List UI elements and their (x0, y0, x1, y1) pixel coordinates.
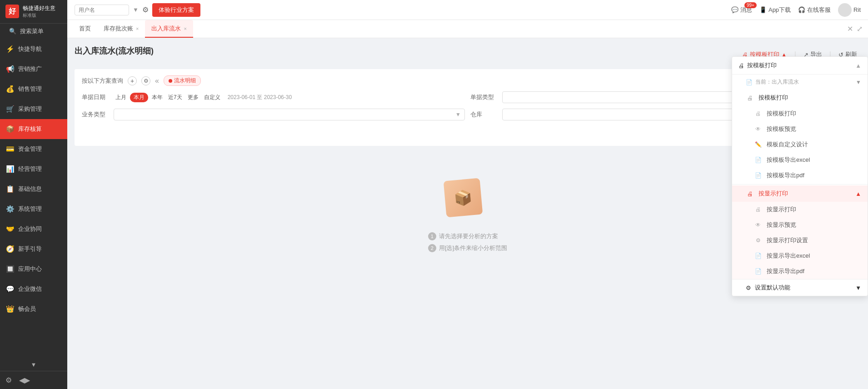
sidebar-item-guide[interactable]: 🧭 新手引导 (0, 239, 67, 259)
tab-flow-detail[interactable]: 出入库流水 × (145, 20, 193, 38)
sidebar-item-marketing[interactable]: 📢 营销推广 (0, 59, 67, 79)
trial-button[interactable]: 体验行业方案 (152, 3, 200, 17)
tab-close-flow-detail[interactable]: × (184, 26, 186, 31)
inventory-icon: 📦 (5, 125, 15, 134)
search-icon: 🔍 (9, 28, 16, 35)
user-profile[interactable]: Rit (838, 3, 861, 17)
tab-inventory-batch[interactable]: 库存批次账 × (97, 20, 145, 38)
template-print-icon: 🖨 (754, 110, 762, 118)
date-opt-this-month[interactable]: 本月 (130, 93, 148, 102)
app-download-button[interactable]: 📱 App下载 (759, 6, 791, 14)
printer-panel-icon: 🖨 (738, 62, 744, 69)
set-default-icon: ⚙ (746, 284, 751, 291)
dropdown-panel-title: 🖨 按模板打印 (738, 61, 777, 70)
marketing-icon: 📢 (5, 65, 15, 74)
sidebar-item-app-center[interactable]: 🔲 应用中心 (0, 259, 67, 279)
sidebar-item-quick-nav[interactable]: ⚡ 快捷导航 (0, 39, 67, 59)
dropdown-footer-arrow: ▼ (855, 284, 861, 291)
sidebar-item-system[interactable]: ⚙️ 系统管理 (0, 199, 67, 219)
display-export-excel-item[interactable]: 📄 按显示导出excel (732, 248, 868, 264)
settings-bottom-icon[interactable]: ⚙ (5, 376, 12, 384)
tab-home[interactable]: 首页 (73, 20, 97, 38)
sidebar-item-vip[interactable]: 👑 畅会员 (0, 299, 67, 319)
collapse-sidebar-icon[interactable]: ◀▶ (19, 376, 30, 384)
top-header: ▼ ⚙ 体验行业方案 💬 消息 99+ 📱 App下载 🎧 在线客服 (67, 0, 868, 20)
display-print-settings-item[interactable]: ⚙ 按显示打印设置 (732, 233, 868, 248)
sidebar-item-operations[interactable]: 📊 经营管理 (0, 159, 67, 179)
logo-icon: 好 (5, 5, 19, 18)
display-print-section-header[interactable]: 🖨 按显示打印 ▲ (732, 185, 868, 202)
filter-add-button[interactable]: + (128, 76, 137, 85)
header-dropdown-icon[interactable]: ▼ (133, 6, 139, 13)
sidebar-scroll-down[interactable]: ▼ (0, 359, 67, 371)
sidebar-item-finance[interactable]: 💳 资金管理 (0, 139, 67, 159)
user-input[interactable] (75, 5, 129, 15)
message-icon: 💬 (731, 6, 738, 13)
app-center-icon: 🔲 (5, 264, 15, 274)
basic-info-icon: 📋 (5, 185, 15, 194)
vip-icon: 👑 (5, 304, 15, 314)
page-content: 出入库流水(流水明细) 🖨 按模板打印 ▲ | ↗ 导出 | ↺ (67, 38, 868, 389)
template-print-item[interactable]: 🖨 按模板打印 (732, 106, 868, 121)
template-preview-item[interactable]: 👁 按模板预览 (732, 121, 868, 137)
template-preview-icon: 👁 (754, 125, 762, 133)
filter-tag-dot (169, 79, 172, 83)
template-customize-item[interactable]: ✏️ 模板自定义设计 (732, 137, 868, 152)
template-export-pdf-item[interactable]: 📄 按模板导出pdf (732, 168, 868, 183)
date-opt-7days[interactable]: 近7天 (166, 93, 184, 102)
expand-window-icon[interactable]: ⤢ (857, 25, 863, 33)
dropdown-panel-header: 🖨 按模板打印 ▲ (732, 57, 868, 75)
display-export-pdf-icon: 📄 (754, 267, 762, 275)
quick-nav-icon: ⚡ (5, 45, 15, 54)
main-content: ▼ ⚙ 体验行业方案 💬 消息 99+ 📱 App下载 🎧 在线客服 (67, 0, 868, 389)
empty-icon: 📦 (445, 180, 490, 225)
template-export-excel-icon: 📄 (754, 156, 762, 164)
header-left: ▼ ⚙ 体验行业方案 (75, 3, 200, 17)
dropdown-current-context[interactable]: 📄 当前：出入库流水 ▼ (732, 75, 868, 90)
template-print-section-header[interactable]: 🖨 按模板打印 (732, 90, 868, 106)
message-button[interactable]: 💬 消息 99+ (731, 6, 752, 14)
filter-collapse-icon[interactable]: « (155, 77, 159, 85)
wechat-icon: 💬 (5, 284, 15, 294)
date-opt-this-year[interactable]: 本年 (150, 93, 165, 102)
user-avatar (838, 3, 852, 17)
sidebar-item-enterprise[interactable]: 🤝 企业协同 (0, 219, 67, 239)
sidebar-item-wechat[interactable]: 💬 企业微信 (0, 279, 67, 299)
template-customize-icon: ✏️ (754, 140, 762, 149)
display-preview-item[interactable]: 👁 按显示预览 (732, 217, 868, 233)
empty-hint-2: 2 用[选]条件来缩小分析范围 (428, 244, 507, 252)
section-divider (732, 184, 868, 185)
display-export-pdf-item[interactable]: 📄 按显示导出pdf (732, 264, 868, 279)
set-default-function-button[interactable]: ⚙ 设置默认功能 ▼ (732, 279, 868, 296)
display-print-section-arrow: ▲ (855, 190, 861, 197)
filter-settings-button[interactable]: ⚙ (141, 76, 150, 85)
header-gear-icon[interactable]: ⚙ (142, 5, 149, 14)
empty-hint-1: 1 请先选择要分析的方案 (428, 232, 507, 240)
filter-date-control: 上月 本月 本年 近7天 更多 自定义 2023-06-01 至 2023-06… (114, 93, 465, 102)
sidebar: 好 畅捷通好生意 标准版 🔍 搜索菜单 ⚡ 快捷导航 📢 营销推广 💰 销售管理 (0, 0, 67, 389)
sidebar-item-purchase[interactable]: 🛒 采购管理 (0, 99, 67, 119)
date-options: 上月 本月 本年 近7天 更多 自定义 (114, 93, 222, 102)
sidebar-item-inventory[interactable]: 📦 库存核算 (0, 119, 67, 139)
date-opt-last-month[interactable]: 上月 (114, 93, 128, 102)
dropdown-current-arrow: ▼ (856, 79, 861, 85)
current-context-icon: 📄 (746, 79, 753, 85)
sidebar-item-sales[interactable]: 💰 销售管理 (0, 79, 67, 99)
sidebar-item-basic-info[interactable]: 📋 基础信息 (0, 179, 67, 199)
close-window-icon[interactable]: ✕ (847, 25, 853, 33)
search-menu[interactable]: 🔍 搜索菜单 (0, 24, 67, 39)
date-opt-more[interactable]: 更多 (186, 93, 200, 102)
business-type-select[interactable]: ▼ (114, 109, 465, 120)
dropdown-panel-collapse-icon[interactable]: ▲ (855, 62, 861, 69)
operations-icon: 📊 (5, 165, 15, 174)
online-service-button[interactable]: 🎧 在线客服 (798, 6, 831, 14)
logo-text: 畅捷通好生意 标准版 (23, 5, 55, 19)
tab-close-inventory-batch[interactable]: × (136, 26, 139, 31)
display-print-item[interactable]: 🖨 按显示打印 (732, 202, 868, 217)
display-print-icon: 🖨 (754, 205, 762, 214)
template-export-excel-item[interactable]: 📄 按模板导出excel (732, 152, 868, 168)
sidebar-logo: 好 畅捷通好生意 标准版 (0, 0, 67, 24)
date-opt-custom[interactable]: 自定义 (202, 93, 222, 102)
page-title: 出入库流水(流水明细) (75, 45, 154, 56)
app-download-icon: 📱 (759, 6, 767, 13)
